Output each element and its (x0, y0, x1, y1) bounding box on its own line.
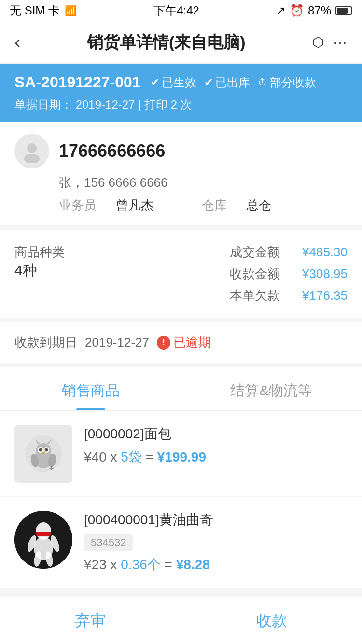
share-button[interactable]: ⬡ (312, 34, 324, 50)
order-number: SA-20191227-001 (14, 73, 141, 91)
summary-left: 商品种类 4种 (14, 244, 65, 280)
product-total-2: ¥8.28 (176, 557, 210, 572)
due-date: 2019-12-27 (85, 335, 149, 350)
check-icon-2: ✔ (204, 76, 213, 89)
product-total-1: ¥199.99 (157, 449, 206, 464)
overdue-icon: ! (157, 336, 170, 350)
order-date: 2019-12-27 (76, 98, 135, 111)
product-qty-2: 0.36个 (121, 557, 161, 572)
tab-underline (76, 408, 105, 410)
header-date-row: 单据日期： 2019-12-27 | 打印 2 次 (14, 97, 348, 112)
customer-detail: 张，156 6666 6666 (59, 174, 348, 191)
header-row1: SA-20191227-001 ✔ 已生效 ✔ 已出库 ⏱ 部分收款 (14, 73, 348, 91)
product-thumbnail-2 (14, 511, 72, 569)
product-type-value: 4种 (14, 261, 65, 280)
list-item: + [0000002]面包 ¥40 x 5袋 = ¥199.99 (0, 411, 362, 496)
tab-sales-label: 销售商品 (62, 382, 120, 398)
carrier-text: 无 SIM 卡 (10, 3, 60, 18)
summary-section: 商品种类 4种 成交金额 ¥485.30 收款金额 ¥308.95 本单欠款 ¥… (0, 230, 362, 318)
overdue-badge: ! 已逾期 (157, 334, 211, 351)
product-batch-2: 534532 (84, 534, 133, 551)
summary-right: 成交金额 ¥485.30 收款金额 ¥308.95 本单欠款 ¥176.35 (230, 244, 348, 304)
status-right: ↗ ⏰ 87% (276, 4, 352, 17)
product-price-1: ¥40 x 5袋 = ¥199.99 (84, 448, 348, 466)
owed-row: 本单欠款 ¥176.35 (230, 287, 348, 304)
received-label: 收款金额 (230, 266, 280, 282)
nav-bar: ‹ 销货单详情(来自电脑) ⬡ ··· (0, 21, 362, 64)
collect-payment-button[interactable]: 收款 (181, 597, 362, 644)
status-badge-effective: ✔ 已生效 (151, 75, 196, 90)
customer-name: 17666666666 (59, 141, 165, 161)
due-label: 收款到期日 (14, 334, 77, 351)
amount-row: 成交金额 ¥485.30 (230, 244, 348, 261)
amount-label: 成交金额 (230, 244, 280, 261)
tabs-section[interactable]: 销售商品 结算&物流等 (0, 367, 362, 411)
product-price-2: ¥23 x 0.36个 = ¥8.28 (84, 556, 348, 574)
svg-point-0 (27, 143, 37, 153)
sales-label: 业务员 (59, 197, 97, 214)
owed-label: 本单欠款 (230, 287, 280, 304)
location-icon: ↗ (276, 4, 286, 17)
svg-point-10 (45, 448, 48, 452)
product-name-2: [000400001]黄油曲奇 (84, 511, 348, 529)
back-button[interactable]: ‹ (14, 32, 20, 53)
clock-icon: ⏱ (258, 77, 267, 88)
date-label: 单据日期： (14, 98, 72, 111)
status-badge-partial: ⏱ 部分收款 (258, 75, 316, 90)
warehouse-value: 总仓 (246, 197, 271, 214)
status-badge-shipped: ✔ 已出库 (204, 75, 250, 90)
more-button[interactable]: ··· (334, 35, 348, 50)
status-partial-text: 部分收款 (270, 75, 316, 90)
owed-value: ¥176.35 (290, 288, 348, 303)
status-time: 下午4:42 (153, 3, 199, 18)
check-icon-1: ✔ (151, 76, 159, 89)
product-info-1: [0000002]面包 ¥40 x 5袋 = ¥199.99 (84, 425, 348, 466)
status-left: 无 SIM 卡 📶 (10, 3, 77, 18)
bottom-bar: 弃审 收款 (0, 597, 362, 644)
header-banner: SA-20191227-001 ✔ 已生效 ✔ 已出库 ⏱ 部分收款 单据日期：… (0, 64, 362, 122)
svg-point-1 (24, 154, 40, 163)
customer-section: 17666666666 张，156 6666 6666 业务员 曾凡杰 仓库 总… (0, 122, 362, 225)
svg-text:+: + (49, 464, 54, 472)
svg-point-9 (39, 448, 42, 452)
received-row: 收款金额 ¥308.95 (230, 266, 348, 282)
customer-row: 17666666666 (14, 134, 348, 168)
warehouse-label: 仓库 (202, 197, 227, 214)
battery-text: 87% (308, 4, 331, 17)
list-item: [000400001]黄油曲奇 534532 ¥23 x 0.36个 = ¥8.… (0, 497, 362, 588)
wifi-icon: 📶 (65, 5, 77, 16)
tab-settlement[interactable]: 结算&物流等 (181, 367, 362, 410)
product-thumbnail-1: + (14, 425, 72, 483)
tab-settlement-label: 结算&物流等 (230, 382, 312, 398)
svg-rect-18 (36, 532, 51, 536)
product-qty-1: 5袋 (121, 449, 142, 464)
alarm-icon: ⏰ (290, 4, 304, 17)
received-value: ¥308.95 (290, 266, 348, 281)
print-info: | 打印 2 次 (138, 98, 192, 111)
status-bar: 无 SIM 卡 📶 下午4:42 ↗ ⏰ 87% (0, 0, 362, 21)
battery-indicator (335, 6, 352, 15)
nav-actions: ⬡ ··· (312, 34, 348, 50)
customer-meta: 业务员 曾凡杰 仓库 总仓 (59, 197, 348, 214)
status-shipped-text: 已出库 (215, 75, 250, 90)
product-type-label: 商品种类 (14, 244, 65, 261)
due-section: 收款到期日 2019-12-27 ! 已逾期 (0, 322, 362, 363)
sales-value: 曾凡杰 (116, 197, 153, 214)
page-title: 销货单详情(来自电脑) (87, 31, 246, 54)
avatar (14, 134, 49, 168)
amount-value: ¥485.30 (290, 245, 348, 260)
status-badges: ✔ 已生效 ✔ 已出库 ⏱ 部分收款 (151, 75, 316, 90)
tab-sales-products[interactable]: 销售商品 (0, 367, 181, 410)
abandon-review-button[interactable]: 弃审 (0, 597, 181, 644)
tabs-row: 销售商品 结算&物流等 (0, 367, 362, 411)
overdue-text: 已逾期 (173, 334, 211, 351)
status-effective-text: 已生效 (162, 75, 196, 90)
product-name-1: [0000002]面包 (84, 425, 348, 443)
product-info-2: [000400001]黄油曲奇 534532 ¥23 x 0.36个 = ¥8.… (84, 511, 348, 574)
